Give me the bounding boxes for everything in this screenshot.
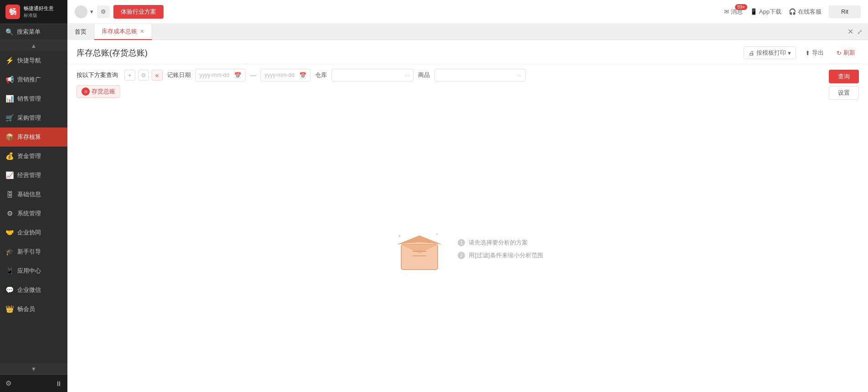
print-dropdown-icon[interactable]: ▾ bbox=[788, 50, 791, 56]
page-actions: 🖨 按模板打印 ▾ ⬆ 导出 ↻ 刷新 bbox=[744, 46, 859, 59]
refresh-button[interactable]: ↻ 刷新 bbox=[833, 47, 859, 59]
hint-2: 2 用[过滤]条件来缩小分析范围 bbox=[458, 251, 543, 260]
tabbar-close-button[interactable]: ✕ bbox=[848, 27, 853, 36]
date-end-input[interactable]: yyyy-mm-dd 📅 bbox=[260, 69, 311, 81]
shortcuts-icon: ⚡ bbox=[5, 56, 14, 65]
topbar-user-info: Rit bbox=[829, 5, 861, 18]
search-icon: 🔍 bbox=[5, 28, 13, 36]
sidebar-item-inventory[interactable]: 📦 库存核算 bbox=[0, 127, 67, 147]
empty-state: ✦ ✦ 1 请先选择要分析的方案 2 用[过滤]条件来缩小分析范围 bbox=[67, 106, 868, 392]
product-label: 商品 bbox=[418, 71, 430, 79]
filter-add-button[interactable]: ＋ bbox=[124, 70, 135, 81]
sidebar-scroll-up[interactable]: ▲ bbox=[0, 40, 67, 51]
cooperation-icon: 🤝 bbox=[5, 229, 14, 237]
hint-2-num: 2 bbox=[458, 252, 465, 259]
filter-label: 按以下方案查询 bbox=[77, 71, 118, 79]
export-icon: ⬆ bbox=[805, 50, 810, 56]
message-icon: ✉ bbox=[724, 8, 729, 15]
calendar-start-icon: 📅 bbox=[234, 72, 241, 79]
logo-icon: 畅 bbox=[5, 5, 20, 19]
filter-and-actions: 按以下方案查询 ＋ ⊙ « 记账日期 yyyy-mm-dd 📅 — bbox=[67, 64, 868, 106]
date-label: 记账日期 bbox=[167, 71, 191, 79]
sidebar-nav: ⚡ 快捷导航 📢 营销推广 📊 销售管理 🛒 采购管理 📦 库存核算 💰 资金管… bbox=[0, 51, 67, 363]
finance-icon: 💰 bbox=[5, 152, 14, 160]
trial-button[interactable]: 体验行业方案 bbox=[113, 5, 163, 19]
topbar-settings-button[interactable]: ⚙ bbox=[97, 5, 110, 18]
sidebar-item-marketing[interactable]: 📢 营销推广 bbox=[0, 70, 67, 89]
sidebar-item-basic[interactable]: 🗄 基础信息 bbox=[0, 185, 67, 204]
page-header: 库存总账(存货总账) 🖨 按模板打印 ▾ ⬆ 导出 ↻ 刷新 bbox=[67, 40, 868, 64]
online-service-button[interactable]: 🎧 在线客服 bbox=[789, 8, 822, 16]
sidebar-item-finance[interactable]: 💰 资金管理 bbox=[0, 147, 67, 166]
main-body: 按以下方案查询 ＋ ⊙ « 记账日期 yyyy-mm-dd 📅 — bbox=[67, 64, 868, 392]
page-content: 库存总账(存货总账) 🖨 按模板打印 ▾ ⬆ 导出 ↻ 刷新 bbox=[67, 40, 868, 392]
action-col: 查询 设置 bbox=[829, 69, 859, 100]
print-button[interactable]: 🖨 按模板打印 ▾ bbox=[744, 46, 796, 59]
product-select[interactable]: ··· bbox=[434, 69, 526, 81]
sidebar-item-system[interactable]: ⚙ 系统管理 bbox=[0, 204, 67, 223]
page-title: 库存总账(存货总账) bbox=[77, 47, 148, 58]
tabbar-resize-button[interactable]: ⤢ bbox=[857, 28, 863, 36]
sidebar-item-management[interactable]: 📈 经营管理 bbox=[0, 166, 67, 185]
toggle-icon[interactable]: ⏸ bbox=[55, 380, 62, 387]
main-wrap: ▾ ⚙ 体验行业方案 ✉ 消息 99+ 📱 App下载 🎧 在线客服 Rit bbox=[67, 0, 868, 392]
newuser-icon: 🎓 bbox=[5, 248, 14, 256]
hint-1: 1 请先选择要分析的方案 bbox=[458, 239, 543, 247]
headset-icon: 🎧 bbox=[789, 8, 796, 15]
svg-text:✦: ✦ bbox=[398, 234, 401, 239]
gear-icon: ⚙ bbox=[101, 8, 106, 15]
sidebar-item-appstore[interactable]: 📱 应用中心 bbox=[0, 261, 67, 280]
settings-bottom-icon[interactable]: ⚙ bbox=[5, 379, 11, 387]
sidebar: 畅 畅捷通好生意 标准版 🔍 搜索菜单 ▲ ⚡ 快捷导航 📢 营销推广 📊 销售… bbox=[0, 0, 67, 392]
tabbar: 首页 库存成本总账 ✕ ✕ ⤢ bbox=[67, 24, 868, 40]
date-start-input[interactable]: yyyy-mm-dd 📅 bbox=[195, 69, 245, 81]
sidebar-item-shortcuts[interactable]: ⚡ 快捷导航 bbox=[0, 51, 67, 70]
scheme-icon: 存 bbox=[82, 87, 90, 96]
tab-home[interactable]: 首页 bbox=[67, 24, 94, 40]
sidebar-item-purchase[interactable]: 🛒 采购管理 bbox=[0, 108, 67, 127]
export-button[interactable]: ⬆ 导出 bbox=[802, 47, 827, 59]
sidebar-item-newuser[interactable]: 🎓 新手引导 bbox=[0, 242, 67, 261]
svg-text:存: 存 bbox=[84, 90, 87, 93]
sidebar-scroll-down[interactable]: ▼ bbox=[0, 363, 67, 374]
app-download-button[interactable]: 📱 App下载 bbox=[750, 8, 781, 16]
topbar-dropdown-icon[interactable]: ▾ bbox=[90, 8, 93, 15]
sidebar-item-member[interactable]: 👑 畅会员 bbox=[0, 300, 67, 319]
system-icon: ⚙ bbox=[5, 209, 14, 218]
mobile-icon: 📱 bbox=[750, 8, 757, 15]
sidebar-item-cooperation[interactable]: 🤝 企业协同 bbox=[0, 223, 67, 242]
warehouse-more-icon: ··· bbox=[404, 72, 409, 79]
empty-hints: 1 请先选择要分析的方案 2 用[过滤]条件来缩小分析范围 bbox=[458, 239, 543, 260]
filter-collapse-button[interactable]: « bbox=[152, 70, 163, 81]
scheme-tag[interactable]: 存 存货总账 bbox=[77, 85, 120, 98]
warehouse-label: 仓库 bbox=[315, 71, 327, 79]
warehouse-select[interactable]: ··· bbox=[332, 69, 414, 81]
refresh-icon: ↻ bbox=[837, 50, 842, 56]
sidebar-search[interactable]: 🔍 搜索菜单 bbox=[0, 24, 67, 40]
topbar-user-area[interactable]: ▾ bbox=[75, 5, 93, 18]
message-button[interactable]: ✉ 消息 99+ bbox=[724, 8, 743, 16]
sidebar-item-sales[interactable]: 📊 销售管理 bbox=[0, 89, 67, 108]
topbar-right: ✉ 消息 99+ 📱 App下载 🎧 在线客服 Rit bbox=[724, 5, 861, 18]
member-icon: 👑 bbox=[5, 305, 14, 313]
scheme-name: 存货总账 bbox=[92, 87, 115, 96]
query-button[interactable]: 查询 bbox=[829, 70, 859, 83]
product-more-icon: ··· bbox=[516, 72, 521, 79]
filter-icons: ＋ ⊙ « bbox=[124, 70, 163, 81]
wechat-icon: 💬 bbox=[5, 286, 14, 294]
topbar-left: ▾ ⚙ 体验行业方案 bbox=[75, 5, 720, 19]
setting-button[interactable]: 设置 bbox=[829, 86, 859, 100]
sidebar-bottom: ⚙ ⏸ bbox=[0, 374, 67, 392]
avatar bbox=[75, 5, 87, 18]
sidebar-item-wechat[interactable]: 💬 企业微信 bbox=[0, 280, 67, 300]
tab-close-icon[interactable]: ✕ bbox=[140, 28, 144, 35]
filter-edit-button[interactable]: ⊙ bbox=[138, 70, 149, 81]
inventory-icon: 📦 bbox=[5, 133, 14, 141]
tab-inventory-ledger[interactable]: 库存成本总账 ✕ bbox=[94, 24, 152, 40]
filter-row-2: 存 存货总账 bbox=[77, 85, 824, 98]
hint-1-num: 1 bbox=[458, 239, 465, 246]
sales-icon: 📊 bbox=[5, 95, 14, 103]
topbar: ▾ ⚙ 体验行业方案 ✉ 消息 99+ 📱 App下载 🎧 在线客服 Rit bbox=[67, 0, 868, 24]
svg-text:✦: ✦ bbox=[435, 232, 439, 236]
hint-1-text: 请先选择要分析的方案 bbox=[469, 239, 528, 247]
